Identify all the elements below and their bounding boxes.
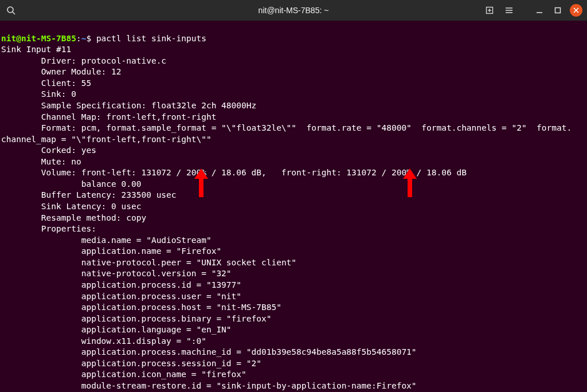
svg-rect-9 bbox=[555, 8, 561, 13]
out-format-b: channel_map = "\"front-left,front-right\… bbox=[1, 135, 212, 144]
prompt-dollar: $ bbox=[86, 34, 91, 43]
out-balance: balance 0.00 bbox=[81, 179, 142, 189]
prop-native-version: native-protocol.version = "32" bbox=[81, 269, 232, 278]
prop-media-name: media.name = "AudioStream" bbox=[81, 236, 212, 245]
maximize-button[interactable] bbox=[551, 4, 564, 17]
prop-app-lang: application.language = "en_IN" bbox=[81, 325, 232, 334]
prompt-colon: : bbox=[76, 34, 81, 43]
prop-app-user: application.process.user = "nit" bbox=[81, 292, 241, 301]
prompt-user-host: nit@nit-MS-7B85 bbox=[1, 34, 76, 43]
output-header: Sink Input #11 bbox=[1, 45, 71, 54]
svg-point-0 bbox=[7, 7, 13, 13]
out-resample: Resample method: copy bbox=[41, 213, 146, 222]
prop-app-binary: application.process.binary = "firefox" bbox=[81, 314, 272, 323]
out-channel-map: Channel Map: front-left,front-right bbox=[41, 112, 217, 121]
command-text: pactl list sink-inputs bbox=[96, 34, 206, 43]
out-driver: Driver: protocol-native.c bbox=[41, 56, 166, 65]
search-icon[interactable] bbox=[5, 4, 17, 17]
prop-icon-name: application.icon_name = "firefox" bbox=[81, 370, 246, 379]
out-format-a: Format: pcm, format.sample_format = "\"f… bbox=[41, 123, 572, 132]
prop-app-pid: application.process.id = "13977" bbox=[81, 280, 241, 289]
out-corked: Corked: yes bbox=[41, 146, 96, 155]
out-volume: Volume: front-left: 131072 / 200% / 18.0… bbox=[41, 168, 467, 177]
out-sink-latency: Sink Latency: 0 usec bbox=[41, 202, 142, 211]
out-properties-label: Properties: bbox=[41, 224, 96, 233]
svg-line-1 bbox=[13, 12, 15, 14]
prop-module-stream: module-stream-restore.id = "sink-input-b… bbox=[81, 381, 417, 390]
window-titlebar: nit@nit-MS-7B85: ~ bbox=[0, 0, 587, 21]
out-mute: Mute: no bbox=[41, 157, 81, 166]
close-button[interactable] bbox=[570, 4, 582, 17]
out-owner-module: Owner Module: 12 bbox=[41, 67, 122, 76]
window-controls bbox=[483, 3, 582, 17]
prop-native-peer: native-protocol.peer = "UNIX socket clie… bbox=[81, 258, 296, 267]
hamburger-menu-icon[interactable] bbox=[502, 3, 516, 17]
minimize-button[interactable] bbox=[533, 4, 546, 17]
new-tab-icon[interactable] bbox=[483, 3, 496, 17]
out-buffer-latency: Buffer Latency: 233500 usec bbox=[41, 190, 177, 199]
prop-machine-id: application.process.machine_id = "dd01b3… bbox=[81, 347, 417, 356]
prop-x11-display: window.x11.display = ":0" bbox=[81, 336, 206, 346]
out-sample-spec: Sample Specification: float32le 2ch 4800… bbox=[41, 101, 256, 110]
window-title: nit@nit-MS-7B85: ~ bbox=[259, 5, 329, 16]
prop-app-name: application.name = "Firefox" bbox=[81, 246, 221, 256]
out-sink: Sink: 0 bbox=[41, 89, 76, 99]
prop-app-host: application.process.host = "nit-MS-7B85" bbox=[81, 303, 281, 312]
out-client: Client: 55 bbox=[41, 79, 91, 88]
terminal-content[interactable]: nit@nit-MS-7B85:~$ pactl list sink-input… bbox=[0, 21, 587, 392]
prop-session-id: application.process.session_id = "2" bbox=[81, 359, 261, 368]
